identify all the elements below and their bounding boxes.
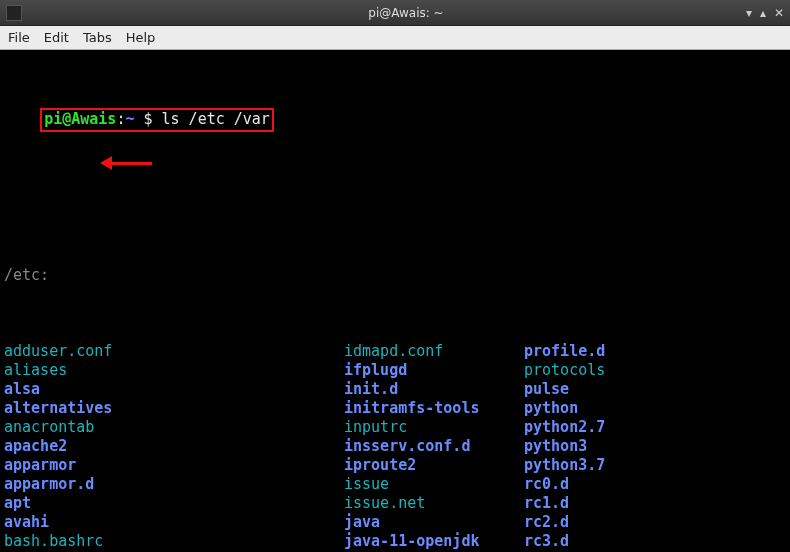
- ls-output: adduser.confaliasesalsaalternativesanacr…: [4, 342, 786, 553]
- ls-heading: /etc:: [4, 266, 786, 285]
- ls-entry: rc1.d: [524, 494, 784, 513]
- annotation-arrow: [46, 135, 152, 191]
- menubar: File Edit Tabs Help: [0, 26, 790, 50]
- ls-entry: anacrontab: [4, 418, 344, 437]
- ls-entry: idmapd.conf: [344, 342, 524, 361]
- ls-column-2: idmapd.confifplugdinit.dinitramfs-toolsi…: [344, 342, 524, 553]
- ls-column-1: adduser.confaliasesalsaalternativesanacr…: [4, 342, 344, 553]
- ls-entry: python: [524, 399, 784, 418]
- ls-entry: initramfs-tools: [344, 399, 524, 418]
- ls-entry: java: [344, 513, 524, 532]
- app-icon: [6, 5, 22, 21]
- ls-entry: apt: [4, 494, 344, 513]
- ls-entry: iproute2: [344, 456, 524, 475]
- prompt-highlight-box: pi@Awais:~ $ ls /etc /var: [40, 108, 274, 132]
- ls-entry: java-11-openjdk: [344, 532, 524, 551]
- ls-entry: alternatives: [4, 399, 344, 418]
- ls-entry: inputrc: [344, 418, 524, 437]
- ls-entry: python3.7: [524, 456, 784, 475]
- maximize-button[interactable]: ▴: [760, 6, 766, 20]
- terminal-area[interactable]: pi@Awais:~ $ ls /etc /var /etc: adduser.…: [0, 50, 790, 552]
- menu-help[interactable]: Help: [126, 30, 156, 45]
- ls-entry: rc3.d: [524, 532, 784, 551]
- ls-entry: issue.net: [344, 494, 524, 513]
- ls-entry: alsa: [4, 380, 344, 399]
- ls-entry: apparmor.d: [4, 475, 344, 494]
- ls-entry: apparmor: [4, 456, 344, 475]
- close-button[interactable]: ✕: [774, 6, 784, 20]
- ls-entry: profile.d: [524, 342, 784, 361]
- window-title: pi@Awais: ~: [22, 6, 790, 20]
- ls-entry: issue: [344, 475, 524, 494]
- ls-entry: init.d: [344, 380, 524, 399]
- ls-entry: python2.7: [524, 418, 784, 437]
- ls-entry: protocols: [524, 361, 784, 380]
- ls-entry: avahi: [4, 513, 344, 532]
- menu-tabs[interactable]: Tabs: [83, 30, 112, 45]
- menu-file[interactable]: File: [8, 30, 30, 45]
- ls-entry: ifplugd: [344, 361, 524, 380]
- ls-entry: rc0.d: [524, 475, 784, 494]
- ls-column-3: profile.dprotocolspulsepythonpython2.7py…: [524, 342, 784, 553]
- ls-entry: adduser.conf: [4, 342, 344, 361]
- ls-entry: aliases: [4, 361, 344, 380]
- ls-entry: insserv.conf.d: [344, 437, 524, 456]
- prompt-command: ls /etc /var: [162, 110, 270, 128]
- ls-entry: bash.bashrc: [4, 532, 344, 551]
- ls-entry: python3: [524, 437, 784, 456]
- ls-entry: pulse: [524, 380, 784, 399]
- ls-entry: rc2.d: [524, 513, 784, 532]
- prompt-sep2: $: [134, 110, 161, 128]
- titlebar: pi@Awais: ~ ▾ ▴ ✕: [0, 0, 790, 26]
- minimize-button[interactable]: ▾: [746, 6, 752, 20]
- menu-edit[interactable]: Edit: [44, 30, 69, 45]
- ls-entry: apache2: [4, 437, 344, 456]
- prompt-user-host: pi@Awais: [44, 110, 116, 128]
